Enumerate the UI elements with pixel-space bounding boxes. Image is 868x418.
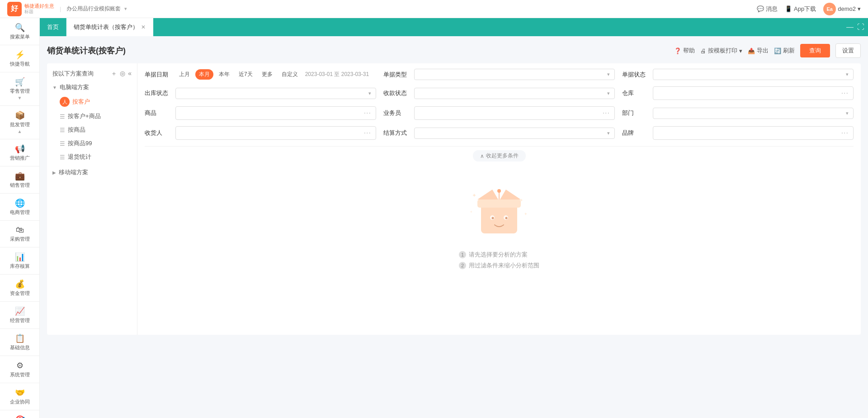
scheme-group-mobile: ▶ 移动端方案 [47,166,137,179]
scheme-add-icon[interactable]: ＋ [111,70,117,78]
brand-dots[interactable]: ··· [841,129,849,137]
sidebar-item-system[interactable]: ⚙ 系统管理 [0,356,39,383]
new-guide-icon: 🎯 [2,415,38,418]
scheme-item-by-customer-product[interactable]: ☰ 按客户+商品 [56,109,137,123]
user-dropdown-icon: ▾ [858,5,861,12]
sidebar-item-finance[interactable]: 💰 资金管理 [0,275,39,302]
scheme-settings-icon[interactable]: ◎ [120,70,125,78]
date-range-text: 2023-03-01 至 2023-03-31 [305,71,369,78]
sidebar-item-sales[interactable]: 💼 销售管理 [0,166,39,194]
tab-minimize-icon[interactable]: — [846,23,854,31]
settings-button[interactable]: 设置 [835,43,861,58]
product-select[interactable]: ··· [175,106,376,120]
empty-illustration: ✦ ✦ ✦ ✦ [467,181,531,242]
empty-tips: 1 请先选择要分析的方案 2 用过滤条件来缩小分析范围 [459,251,539,272]
marketing-icon: 📢 [2,144,38,154]
tab-sales-stat[interactable]: 销货单统计表（按客户） ✕ [66,18,153,36]
receiver-select[interactable]: ··· [175,126,376,140]
tab-maximize-icon[interactable]: ⛶ [857,23,864,31]
date-tab-last-7-days[interactable]: 近7天 [235,69,256,80]
date-tab-this-year[interactable]: 本年 [215,69,233,80]
empty-state: ✦ ✦ ✦ ✦ 1 请先选择要分析的方案 [459,181,539,272]
sidebar-item-quick-nav[interactable]: ⚡ 快捷导航 [0,45,39,72]
out-status-select[interactable]: ▾ [175,88,376,99]
breadcrumb-dropdown-icon[interactable]: ▾ [124,6,127,12]
sidebar-item-basic-info[interactable]: 📋 基础信息 [0,329,39,356]
sidebar-item-enterprise-collab[interactable]: 🤝 企业协同 [0,383,39,410]
scheme-collapse-icon[interactable]: « [128,70,132,78]
sidebar-item-retail[interactable]: 🛒 零售管理 ▼ [0,72,39,106]
logo-area: 好 畅捷通好生意 标题 [7,2,54,16]
tip-text-1: 请先选择要分析的方案 [469,251,528,259]
query-button[interactable]: 查询 [800,44,830,57]
filter-row-3: 商品 ··· 业务员 ··· [145,106,854,120]
message-icon: 💬 [757,5,764,12]
filter-label-bill-status: 单据状态 [622,71,649,79]
receipt-status-select[interactable]: ▾ [414,88,615,99]
date-tab-this-month[interactable]: 本月 [195,69,213,80]
date-tab-last-month[interactable]: 上月 [175,69,193,80]
svg-text:✦: ✦ [472,192,476,199]
help-button[interactable]: ❓ 帮助 [674,47,695,55]
template-print-button[interactable]: 🖨 按模板打印 ▾ [700,47,742,55]
scheme-item-by-product-99[interactable]: ☰ 按商品99 [56,137,137,150]
collapse-label: 收起更多条件 [486,152,519,160]
salesperson-dots[interactable]: ··· [603,109,610,117]
scheme-item-by-product[interactable]: ☰ 按商品 [56,123,137,137]
search-menu-icon: 🔍 [2,23,38,33]
filter-cell-bill-status: 单据状态 ▾ [622,69,854,80]
scheme-group-desktop-title[interactable]: ▼ 电脑端方案 [47,81,137,94]
date-tab-custom[interactable]: 自定义 [278,69,302,80]
collapse-button[interactable]: ∧ 收起更多条件 [473,150,526,162]
sidebar-item-marketing[interactable]: 📢 营销推广 [0,139,39,166]
filter-label-salesperson: 业务员 [383,109,410,117]
tab-close-icon[interactable]: ✕ [141,24,146,30]
sidebar-item-purchase[interactable]: 🛍 采购管理 [0,221,39,247]
user-menu[interactable]: Ea demo2 ▾ [823,3,861,15]
filter-label-receipt-status: 收款状态 [383,89,410,97]
sidebar-item-inventory[interactable]: 📊 库存核算 [0,247,39,275]
department-select[interactable]: ▾ [653,108,854,119]
refresh-button[interactable]: 🔄 刷新 [774,47,795,55]
svg-rect-0 [481,204,517,233]
svg-rect-1 [477,200,521,208]
return-stat-icon: ☰ [60,154,65,161]
app-download-button[interactable]: 📱 App下载 [785,5,816,13]
sidebar-item-label: 基础信息 [2,344,38,351]
product-dots[interactable]: ··· [364,109,371,117]
content-area: 首页 销货单统计表（按客户） ✕ — ⛶ 销货单统计表(按客户) [40,18,868,418]
tip-num-2: 2 [459,262,466,269]
svg-marker-2 [477,190,498,200]
sidebar-item-label: 系统管理 [2,371,38,378]
bill-status-select[interactable]: ▾ [653,69,854,80]
export-button[interactable]: 📤 导出 [748,47,769,55]
sidebar-item-new-guide[interactable]: 🎯 新手引导 [0,410,39,418]
sidebar-item-ecom[interactable]: 🌐 电商管理 [0,194,39,221]
svg-point-7 [505,217,508,219]
warehouse-select[interactable]: ··· [653,86,854,100]
brand-select[interactable]: ··· [653,126,854,140]
by-customer-product-icon: ☰ [60,113,65,120]
salesperson-select[interactable]: ··· [414,106,615,120]
date-tab-more[interactable]: 更多 [258,69,276,80]
sidebar-item-operation[interactable]: 📈 经营管理 [0,302,39,329]
message-button[interactable]: 💬 消息 [757,5,778,13]
filter-label-bill-type: 单据类型 [383,71,410,79]
finance-icon: 💰 [2,279,38,289]
receiver-dots[interactable]: ··· [364,129,371,137]
sidebar-item-search-menu[interactable]: 🔍 搜索菜单 [0,18,39,45]
sidebar-item-label: 采购管理 [2,236,38,242]
scheme-item-by-customer[interactable]: 人 按客户 [56,94,137,109]
scheme-item-label: 按商品99 [68,139,92,147]
template-print-dropdown-icon: ▾ [739,48,742,54]
receipt-status-arrow-icon: ▾ [607,90,610,96]
warehouse-dots[interactable]: ··· [841,89,849,97]
scheme-item-return-stat[interactable]: ☰ 退货统计 [56,150,137,164]
by-customer-icon: 人 [60,97,70,107]
tab-home[interactable]: 首页 [40,18,66,36]
scheme-group-mobile-title[interactable]: ▶ 移动端方案 [47,166,137,179]
sidebar-item-wholesale[interactable]: 📦 批发管理 ▲ [0,106,39,139]
scheme-header-title: 按以下方案查询 [52,70,94,78]
settle-method-select[interactable]: ▾ [414,128,615,139]
bill-type-select[interactable]: ▾ [414,69,615,80]
